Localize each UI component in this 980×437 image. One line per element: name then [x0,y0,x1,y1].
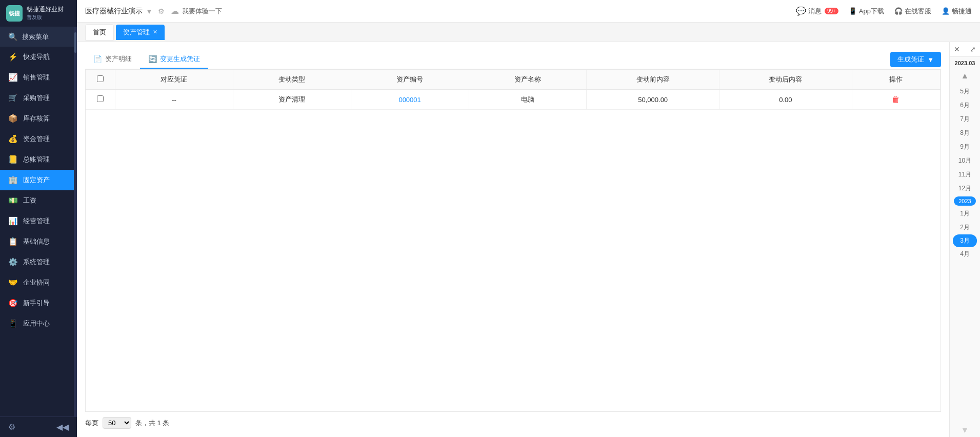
right-panel-header: ✕ ⤢ [950,42,980,57]
sidebar-item-enterprise[interactable]: 🤝 企业协同 [0,272,74,293]
messages-button[interactable]: 💬 消息 99+ [796,6,838,16]
user-icon: 👤 [942,7,950,15]
experience-button[interactable]: ☁ 我要体验一下 [171,6,222,16]
tab-asset-mgmt[interactable]: 资产管理 ✕ [116,25,165,40]
guide-icon: 🎯 [8,299,18,308]
month-11[interactable]: 11月 [950,168,980,182]
row-after: 0.00 [719,90,852,110]
change-voucher-icon: 🔄 [148,55,157,63]
month-7[interactable]: 7月 [950,112,980,126]
row-select-cell [86,90,115,110]
month-12[interactable]: 12月 [950,182,980,195]
right-panel-close-icon[interactable]: ✕ [954,45,960,53]
sidebar-item-label: 采购管理 [23,93,50,103]
settings-button[interactable]: ⚙ [158,7,165,15]
sidebar-item-purchase[interactable]: 🛒 采购管理 [0,88,74,108]
sidebar-item-label: 固定资产 [23,175,50,185]
sidebar-item-label: 系统管理 [23,257,50,267]
company-name: 医疗器械行业演示 [85,7,143,16]
sidebar-item-label: 总账管理 [23,155,50,164]
row-checkbox[interactable] [97,95,104,102]
operations-icon: 📊 [8,216,18,226]
sales-icon: 📈 [8,73,18,82]
row-type: 资产清理 [233,90,351,110]
page-size-label: 每页 [85,419,98,428]
year-month-display: 2023.03 [950,57,980,69]
settings-icon[interactable]: ⚙ [8,422,15,432]
generate-voucher-button[interactable]: 生成凭证 ▼ [890,52,941,67]
sub-tabs: 📄 资产明细 🔄 变更生成凭证 [85,50,208,69]
tab-asset-mgmt-label: 资产管理 [123,28,150,37]
month-9[interactable]: 9月 [950,140,980,154]
sidebar-search[interactable]: 🔍 搜索菜单 [0,27,74,47]
user-account[interactable]: 👤 畅捷通 [942,7,972,16]
col-header-code: 资产编号 [351,70,469,90]
collapse-icon[interactable]: ◀◀ [56,422,69,432]
generate-voucher-label: 生成凭证 [897,55,924,64]
basic-info-icon: 📋 [8,237,18,246]
col-header-after: 变动后内容 [719,70,852,90]
messages-badge: 99+ [825,8,838,14]
chevron-down-icon[interactable]: ▼ [146,7,153,15]
sidebar-item-basic-info[interactable]: 📋 基础信息 [0,231,74,252]
system-icon: ⚙️ [8,257,18,267]
tab-home-label: 首页 [93,28,106,37]
topbar: 医疗器械行业演示 ▼ ⚙ ☁ 我要体验一下 💬 消息 99+ 📱 App下载 🎧… [77,0,980,23]
sidebar-item-operations[interactable]: 📊 经营管理 [0,211,74,231]
sidebar-item-funds[interactable]: 💰 资金管理 [0,129,74,149]
download-icon: 📱 [849,7,857,15]
row-name: 电脑 [469,90,587,110]
sidebar-search-label: 搜索菜单 [22,32,49,42]
month-2023-2[interactable]: 2月 [950,221,980,234]
sidebar-item-label: 工资 [23,196,36,205]
payroll-icon: 💵 [8,196,18,205]
sidebar-item-label: 新手引导 [23,299,50,308]
page-size-select[interactable]: 50 10 20 100 [103,417,131,429]
online-service-label: 在线客服 [905,7,931,16]
data-table: 对应凭证 变动类型 资产编号 资产名称 [85,69,941,412]
tab-close-icon[interactable]: ✕ [153,29,157,35]
month-8[interactable]: 8月 [950,126,980,140]
sub-tab-asset-detail[interactable]: 📄 资产明细 [85,50,140,69]
col-header-action: 操作 [852,70,940,90]
nav-tabs: 首页 资产管理 ✕ [77,23,980,42]
col-header-type: 变动类型 [233,70,351,90]
tab-home[interactable]: 首页 [85,24,114,41]
month-2023-1[interactable]: 1月 [950,207,980,221]
ledger-icon: 📒 [8,155,18,164]
year-2023-badge[interactable]: 2023 [954,196,976,206]
sidebar-item-ledger[interactable]: 📒 总账管理 [0,149,74,170]
sidebar-item-payroll[interactable]: 💵 工资 [0,190,74,211]
month-5[interactable]: 5月 [950,85,980,98]
scroll-down-button[interactable]: ▼ [950,424,980,437]
sub-tab-change-voucher-label: 变更生成凭证 [160,54,200,64]
app-center-icon: 📱 [8,319,18,328]
month-6[interactable]: 6月 [950,98,980,112]
sidebar-item-app-center[interactable]: 📱 应用中心 [0,313,74,334]
username-label: 畅捷通 [952,7,972,16]
sidebar-item-system[interactable]: ⚙️ 系统管理 [0,252,74,272]
sidebar-item-inventory[interactable]: 📦 库存核算 [0,108,74,129]
sidebar-item-quicknav[interactable]: ⚡ 快捷导航 [0,47,74,67]
main-area: 医疗器械行业演示 ▼ ⚙ ☁ 我要体验一下 💬 消息 99+ 📱 App下载 🎧… [77,0,980,437]
sidebar-item-guide[interactable]: 🎯 新手引导 [0,293,74,313]
sidebar-item-label: 基础信息 [23,237,50,246]
company-title: 医疗器械行业演示 ▼ ⚙ [85,7,165,16]
app-download-button[interactable]: 📱 App下载 [849,7,884,16]
table-row: -- 资产清理 000001 电脑 50,000.00 0.00 🗑 [86,90,941,110]
delete-row-icon[interactable]: 🗑 [892,95,900,104]
select-all-cell [86,70,115,90]
sidebar-item-fixed-assets[interactable]: 🏢 固定资产 [0,170,74,190]
content-area: 📄 资产明细 🔄 变更生成凭证 生成凭证 ▼ [77,42,980,437]
sub-tab-asset-detail-label: 资产明细 [105,54,132,64]
month-2023-4[interactable]: 4月 [950,247,980,261]
sidebar-logo: 畅捷 畅捷通好业财 普及版 [0,0,77,27]
scroll-up-button[interactable]: ▲ [950,69,980,83]
month-2023-3[interactable]: 3月 [953,234,977,247]
select-all-checkbox[interactable] [97,75,104,82]
right-panel-expand-icon[interactable]: ⤢ [970,45,976,53]
sub-tab-change-voucher[interactable]: 🔄 变更生成凭证 [140,50,208,69]
online-service-button[interactable]: 🎧 在线客服 [894,7,931,16]
month-10[interactable]: 10月 [950,154,980,168]
sidebar-item-sales[interactable]: 📈 销售管理 [0,67,74,88]
